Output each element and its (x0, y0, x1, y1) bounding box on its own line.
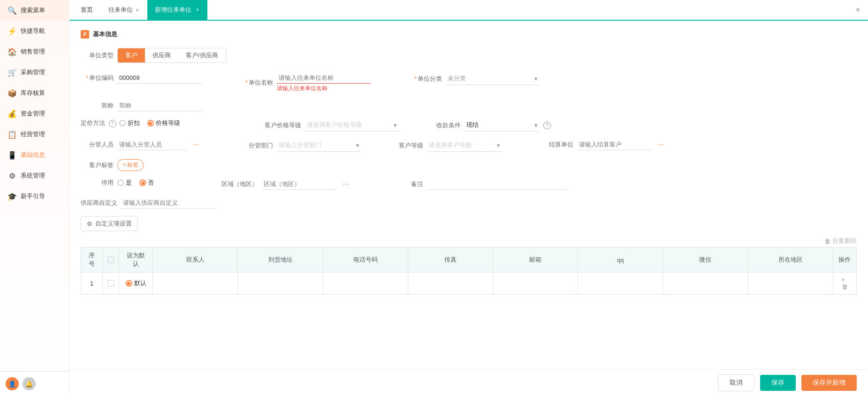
unit-type-label: 单位类型 (81, 51, 114, 60)
pricing-help-icon[interactable]: ? (109, 120, 116, 127)
address-input[interactable] (243, 280, 318, 287)
user-avatar[interactable]: 👤 (6, 377, 19, 390)
unit-type-customer[interactable]: 客户 (118, 48, 145, 62)
unit-type-both[interactable]: 客户/供应商 (178, 48, 226, 62)
region-label: 区域（地区） (221, 180, 258, 188)
short-name-row: 简称 (81, 100, 857, 111)
settlement-ellipsis[interactable]: ··· (656, 140, 666, 149)
tab-partners-close[interactable]: × (136, 7, 139, 14)
pricing-radio-level[interactable]: 价格等级 (147, 119, 180, 127)
supplier-custom-group: 供应商自定义 (81, 197, 857, 209)
unit-category-value: 未分类 (448, 74, 466, 83)
save-button[interactable]: 保存 (760, 375, 796, 391)
settlement-input[interactable] (577, 139, 652, 150)
sidebar-item-system[interactable]: ⚙ 系统管理 (0, 165, 69, 186)
sidebar-item-finance[interactable]: 💰 资金管理 (0, 103, 69, 124)
cancel-button[interactable]: 取消 (718, 374, 754, 391)
supplier-custom-input[interactable] (121, 197, 215, 209)
tab-partners[interactable]: 往来单位 × (101, 0, 147, 20)
sidebar-item-search[interactable]: 🔍 搜索菜单 (0, 0, 69, 21)
col-address: 到货地址 (238, 248, 323, 272)
payment-terms-select[interactable]: 现结 ▾ (464, 119, 540, 132)
disable-yes[interactable]: 是 (117, 179, 132, 187)
manager-input[interactable] (117, 139, 188, 150)
dept-select[interactable]: 请输入分管部门 ▾ (277, 139, 361, 152)
cell-fax[interactable] (408, 272, 493, 295)
tab-new-partner-label: 新增往来单位 (155, 6, 191, 14)
region-group: 区域（地区） ··· (221, 179, 390, 190)
sidebar-item-operations[interactable]: 📋 经营管理 (0, 124, 69, 145)
batch-delete-label[interactable]: 批量删除 (832, 237, 857, 245)
cell-contact[interactable] (153, 272, 238, 295)
unit-name-input[interactable] (277, 72, 371, 84)
cell-phone[interactable] (323, 272, 408, 295)
sidebar-item-quick[interactable]: ⚡ 快捷导航 (0, 21, 69, 41)
basic-icon: 📱 (8, 150, 17, 160)
payment-terms-value: 现结 (466, 121, 479, 129)
save-new-button[interactable]: 保存并新增 (801, 375, 857, 391)
sidebar-item-guide[interactable]: 🎓 新手引导 (0, 186, 69, 207)
select-all-checkbox[interactable] (107, 256, 114, 263)
section-icon: P (81, 30, 89, 39)
region-input[interactable] (262, 179, 337, 190)
payment-terms-label: 收款条件 (428, 121, 461, 130)
cell-email[interactable] (493, 272, 578, 295)
cell-region[interactable] (748, 272, 833, 295)
supplier-custom-label: 供应商自定义 (81, 199, 117, 207)
col-phone: 电话号码 (323, 248, 408, 272)
disable-group: 停用 是 否 (81, 179, 221, 187)
custom-settings-btn[interactable]: ⚙ 自定义项设置 (81, 216, 138, 231)
customer-level-group: 客户等级 请选择客户等级 ▾ (390, 139, 541, 152)
main-area: 首页 往来单位 × 新增往来单位 × × P 基本信息 单位类型 客户 供应商 … (69, 0, 868, 396)
add-tag-btn[interactable]: + 标签 (117, 159, 144, 171)
operations-icon: 📋 (8, 130, 17, 139)
sidebar-item-basic[interactable]: 📱 基础信息 (0, 145, 69, 165)
customer-level-select[interactable]: 请选择客户等级 ▾ (427, 139, 502, 152)
notification-icon[interactable]: 🔔 (23, 377, 36, 390)
tab-new-partner-close[interactable]: × (196, 7, 199, 13)
customer-level-placeholder: 请选择客户等级 (429, 141, 472, 149)
section-title: P 基本信息 (81, 30, 857, 39)
unit-category-select[interactable]: 未分类 ▾ (446, 72, 540, 85)
sidebar-item-purchase[interactable]: 🛒 采购管理 (0, 62, 69, 83)
dept-label: 分管部门 (240, 141, 273, 150)
remark-input[interactable] (427, 179, 568, 190)
wechat-input[interactable] (668, 280, 743, 287)
footer: 取消 保存 保存并新增 (69, 369, 868, 396)
unit-type-buttons: 客户 供应商 客户/供应商 (117, 48, 226, 63)
purchase-icon: 🛒 (8, 68, 17, 77)
unit-type-supplier[interactable]: 供应商 (145, 48, 178, 62)
cell-qq[interactable] (578, 272, 663, 295)
close-all-btn[interactable]: × (852, 5, 864, 15)
payment-help-icon[interactable]: ? (543, 122, 551, 129)
default-radio[interactable]: 默认 (124, 279, 148, 287)
region-cell-input[interactable] (753, 280, 828, 287)
delete-row-btn[interactable]: 🗑 (842, 283, 848, 290)
unit-code-input[interactable] (117, 72, 202, 84)
contact-input[interactable] (158, 280, 233, 287)
disable-no[interactable]: 否 (139, 179, 154, 187)
sidebar-item-sales[interactable]: 🏠 销售管理 (0, 41, 69, 62)
col-email: 邮箱 (493, 248, 578, 272)
short-name-input[interactable] (117, 100, 202, 111)
cell-address[interactable] (238, 272, 323, 295)
tab-home[interactable]: 首页 (73, 0, 101, 20)
region-ellipsis[interactable]: ··· (341, 180, 350, 188)
form-content: P 基本信息 单位类型 客户 供应商 客户/供应商 *单位编码 *单位名称 (69, 21, 868, 369)
add-row-btn[interactable]: + (841, 276, 845, 283)
short-name-label: 简称 (81, 101, 114, 110)
tab-new-partner[interactable]: 新增往来单位 × (147, 0, 207, 20)
qq-input[interactable] (583, 280, 658, 287)
col-default: 设为默认 (119, 248, 153, 272)
phone-input[interactable] (328, 280, 403, 287)
customer-price-select[interactable]: 请选择客户价格等级 ▾ (305, 119, 399, 132)
manager-ellipsis[interactable]: ··· (191, 140, 201, 149)
tab-home-label: 首页 (81, 6, 93, 14)
default-radio-inner (127, 282, 130, 285)
pricing-radio-discount[interactable]: 折扣 (119, 119, 140, 127)
cell-wechat[interactable] (663, 272, 748, 295)
email-input[interactable] (498, 280, 573, 287)
sidebar-item-inventory[interactable]: 📦 库存核算 (0, 83, 69, 103)
row-checkbox[interactable] (107, 280, 114, 287)
fax-input[interactable] (413, 280, 488, 287)
